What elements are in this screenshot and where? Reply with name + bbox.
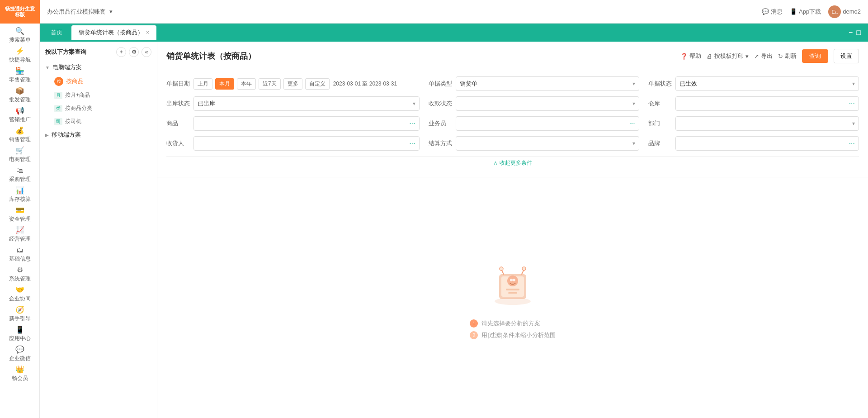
- tree-item-by-driver[interactable]: 司 按司机: [40, 115, 157, 128]
- sidebar-item-corp[interactable]: 🤝 企业协同: [0, 284, 40, 304]
- empty-illustration: [486, 256, 540, 310]
- app-download-button[interactable]: 📱 App下载: [790, 8, 821, 16]
- sidebar-item-inventory[interactable]: 📊 库存核算: [0, 185, 40, 204]
- left-panel-actions: + ⚙ «: [116, 47, 151, 57]
- marketing-icon: 📢: [15, 106, 24, 115]
- doc-type-select[interactable]: 销货单 ▾: [456, 76, 639, 91]
- tab-home[interactable]: 首页: [43, 25, 70, 40]
- main-area: 办公用品行业模拟账套 ▾ 💬 消息 📱 App下载 Ea demo2 首页 销货…: [40, 0, 868, 418]
- settle-select[interactable]: ▾: [456, 136, 639, 151]
- staff-dots[interactable]: ···: [629, 119, 635, 128]
- help-label: 帮助: [689, 52, 701, 60]
- warehouse-label: 仓库: [648, 100, 675, 108]
- sidebar-item-member[interactable]: 👑 畅会员: [0, 364, 40, 384]
- system-icon: ⚙: [17, 266, 23, 274]
- dept-select[interactable]: ▾: [675, 116, 859, 131]
- add-scheme-button[interactable]: +: [116, 47, 126, 57]
- product-dots[interactable]: ···: [409, 119, 415, 128]
- collapse-panel-button[interactable]: «: [142, 47, 151, 57]
- receipt-status-chevron: ▾: [632, 100, 635, 107]
- out-status-select[interactable]: 已出库 ▾: [193, 96, 420, 111]
- sidebar-item-wholesale-label: 批发管理: [9, 96, 31, 104]
- dept-label: 部门: [648, 119, 675, 128]
- collapse-filter-button[interactable]: ∧ 收起更多条件: [166, 156, 859, 170]
- message-button[interactable]: 💬 消息: [762, 8, 783, 16]
- tab-sales-report[interactable]: 销货单统计表（按商品） ×: [71, 25, 156, 40]
- sidebar-item-system[interactable]: ⚙ 系统管理: [0, 264, 40, 284]
- page-header: 销货单统计表（按商品） ❓ 帮助 🖨 按模板打印 ▾ ↗: [157, 42, 868, 69]
- sidebar-item-wechat[interactable]: 💬 企业微信: [0, 344, 40, 364]
- tip-text-2: 用[过滤]条件来缩小分析范围: [481, 331, 555, 339]
- doc-type-field: 单据类型 销货单 ▾: [429, 76, 639, 91]
- svg-rect-6: [506, 289, 519, 290]
- user-profile[interactable]: Ea demo2: [828, 5, 861, 18]
- export-button[interactable]: ↗ 导出: [754, 52, 773, 60]
- print-icon: 🖨: [707, 53, 712, 60]
- doc-status-chevron: ▾: [852, 81, 855, 87]
- sidebar-item-retail[interactable]: 🏪 零售管理: [0, 65, 40, 85]
- product-select[interactable]: ···: [193, 116, 420, 131]
- tree-item-by-month-product[interactable]: 月 按月+商品: [40, 89, 157, 102]
- by-month-product-label: 按月+商品: [65, 91, 90, 99]
- sidebar-item-search[interactable]: 🔍 搜索菜单: [0, 25, 40, 45]
- collapse-icon: «: [145, 49, 148, 55]
- tree-item-by-product[interactable]: 按 按商品: [40, 74, 157, 89]
- sidebar-item-wholesale[interactable]: 📦 批发管理: [0, 85, 40, 105]
- sidebar-item-operation-label: 经营管理: [9, 235, 31, 243]
- date-last7-btn[interactable]: 近7天: [259, 78, 281, 90]
- sidebar-item-quicknav[interactable]: ⚡ 快捷导航: [0, 45, 40, 65]
- sidebar-item-member-label: 畅会员: [12, 375, 28, 382]
- svg-point-4: [510, 279, 513, 281]
- help-button[interactable]: ❓ 帮助: [680, 52, 701, 60]
- scheme-settings-button[interactable]: ⚙: [129, 47, 139, 57]
- query-button[interactable]: 查询: [802, 49, 828, 63]
- sidebar-item-apps[interactable]: 📱 应用中心: [0, 324, 40, 344]
- sidebar-item-sales[interactable]: 💰 销售管理: [0, 125, 40, 145]
- tree-item-by-category[interactable]: 类 按商品分类: [40, 102, 157, 115]
- warehouse-dots[interactable]: ···: [849, 100, 855, 108]
- wholesale-icon: 📦: [15, 86, 24, 95]
- search-menu-icon: 🔍: [15, 27, 24, 35]
- product-field: 商品 ···: [166, 116, 420, 131]
- sidebar-item-operation[interactable]: 📈 经营管理: [0, 224, 40, 244]
- staff-select[interactable]: ···: [456, 116, 639, 131]
- date-this-year-btn[interactable]: 本年: [237, 78, 256, 90]
- date-last-month-btn[interactable]: 上月: [193, 78, 212, 90]
- by-product-icon: 按: [54, 77, 63, 86]
- refresh-button[interactable]: ↻ 刷新: [778, 52, 797, 60]
- tab-close-button[interactable]: ×: [146, 29, 149, 36]
- page-title: 销货单统计表（按商品）: [166, 51, 256, 62]
- brand-select[interactable]: ···: [675, 136, 859, 151]
- receipt-status-select[interactable]: ▾: [456, 96, 639, 111]
- sidebar-item-system-label: 系统管理: [9, 275, 31, 283]
- date-this-month-btn[interactable]: 本月: [215, 78, 234, 90]
- settings-button[interactable]: 设置: [834, 49, 859, 63]
- sidebar-item-finance[interactable]: 💳 资金管理: [0, 204, 40, 224]
- filter-row-2: 出库状态 已出库 ▾ 收款状态 ▾: [166, 96, 859, 111]
- tree-section-pc[interactable]: ▼ 电脑端方案: [40, 61, 157, 74]
- date-label: 单据日期: [166, 80, 193, 88]
- receiver-dots[interactable]: ···: [409, 139, 415, 147]
- brand-dots[interactable]: ···: [849, 139, 855, 147]
- receipt-status-label: 收款状态: [429, 100, 456, 108]
- sidebar-item-ecommerce[interactable]: 🛒 电商管理: [0, 145, 40, 165]
- date-custom-btn[interactable]: 自定义: [305, 78, 330, 90]
- tip-num-2: 2: [470, 331, 478, 339]
- sidebar-menu: 🔍 搜索菜单 ⚡ 快捷导航 🏪 零售管理 📦 批发管理 📢 营销推广 💰 销售管…: [0, 24, 39, 418]
- minimize-button[interactable]: −: [849, 28, 853, 37]
- topbar-right: 💬 消息 📱 App下载 Ea demo2: [762, 5, 861, 18]
- warehouse-select[interactable]: ···: [675, 96, 859, 111]
- industry-dropdown-icon[interactable]: ▾: [109, 8, 113, 15]
- sidebar-item-basic[interactable]: 🗂 基础信息: [0, 244, 40, 264]
- sidebar-item-guide[interactable]: 🧭 新手引导: [0, 304, 40, 324]
- date-more-btn[interactable]: 更多: [283, 78, 302, 90]
- tree-section-mobile[interactable]: ▶ 移动端方案: [40, 128, 157, 142]
- refresh-label: 刷新: [785, 52, 797, 60]
- receiver-select[interactable]: ···: [193, 136, 420, 151]
- maximize-button[interactable]: □: [856, 28, 861, 37]
- sidebar-item-purchase[interactable]: 🛍 采购管理: [0, 165, 40, 185]
- sidebar-item-marketing[interactable]: 📢 营销推广: [0, 105, 40, 125]
- doc-status-select[interactable]: 已生效 ▾: [675, 76, 859, 91]
- by-category-label: 按商品分类: [65, 104, 92, 112]
- print-button[interactable]: 🖨 按模板打印 ▾: [707, 52, 749, 60]
